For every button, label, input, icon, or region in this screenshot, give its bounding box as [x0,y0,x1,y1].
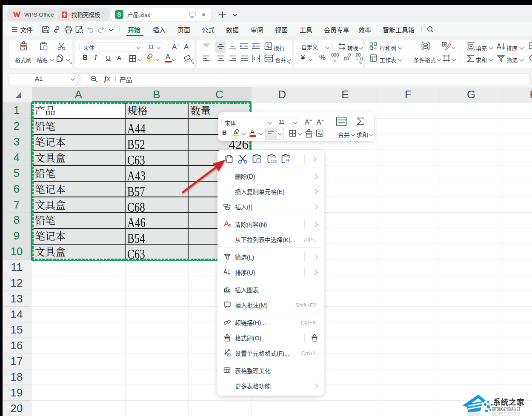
svg-text:123: 123 [271,160,277,164]
